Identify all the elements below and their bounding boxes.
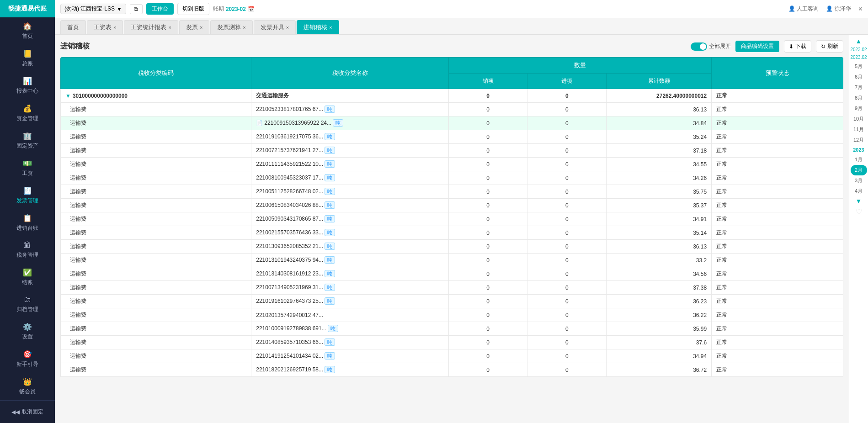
table-row[interactable]: 运输费 221018202126925719 58... 吨 0 0 36.72… xyxy=(61,363,843,377)
tab-close-icon[interactable]: × xyxy=(168,25,171,30)
goods-code-button[interactable]: 商品编码设置 xyxy=(735,41,779,52)
table-row[interactable]: 运输费 221019161029764373 25... 吨 0 0 36.23… xyxy=(61,295,843,308)
month-jul[interactable]: 7月 xyxy=(851,82,867,93)
workbench-button[interactable]: 工作台 xyxy=(146,3,174,15)
expand-label: 全部展开 xyxy=(709,42,731,50)
unit-tag: 吨 xyxy=(325,174,335,181)
finance-icon: 💰 xyxy=(23,104,32,113)
tab-invoice-issue[interactable]: 发票开具 × xyxy=(254,20,296,34)
sidebar-item-reports[interactable]: 📊 报表中心 xyxy=(0,72,55,100)
unpin-button[interactable]: ◀◀ 取消固定 xyxy=(0,404,55,419)
calendar-icon[interactable]: 📅 xyxy=(248,6,255,12)
row-status: 正常 xyxy=(712,308,843,322)
table-row[interactable]: ▼301000000000000000 交通运输服务 0 0 27262.400… xyxy=(61,89,843,103)
row-invoice-no: 221005233817801765 67... 吨 xyxy=(251,103,449,116)
month-aug[interactable]: 8月 xyxy=(851,93,867,103)
row-status: 正常 xyxy=(712,363,843,377)
sidebar-item-tax[interactable]: 🏛 税务管理 xyxy=(0,237,55,264)
month-jan[interactable]: 1月 xyxy=(851,154,867,165)
table-row[interactable]: 运输费 221007134905231969 31... 吨 0 0 37.38… xyxy=(61,281,843,295)
header-actions: 全部展开 商品编码设置 ⬇ 下载 ↻ 刷新 xyxy=(691,40,843,53)
tab-close-icon[interactable]: × xyxy=(329,25,332,30)
sidebar-item-invoice[interactable]: 🧾 发票管理 xyxy=(0,182,55,209)
sidebar-item-salary[interactable]: 💵 工资 xyxy=(0,154,55,182)
table-row[interactable]: 运输费 221019103619217075 36... 吨 0 0 35.24… xyxy=(61,130,843,144)
sidebar-item-closing[interactable]: ✅ 结账 xyxy=(0,264,55,291)
sidebar-item-purchase[interactable]: 📋 进销台账 xyxy=(0,209,55,237)
month-mar[interactable]: 3月 xyxy=(851,175,867,186)
row-name: 运输费 xyxy=(61,116,251,130)
table-row[interactable]: 运输费 221013101943240375 94... 吨 0 0 33.2 … xyxy=(61,254,843,267)
tab-close-icon[interactable]: × xyxy=(200,25,202,30)
year-2023[interactable]: 2023 xyxy=(851,145,867,154)
table-row[interactable]: 运输费 221014085935710353 66... 吨 0 0 37.6 … xyxy=(61,336,843,349)
table-row[interactable]: 运输费 221005090343170865 87... 吨 0 0 34.91… xyxy=(61,212,843,226)
month-may[interactable]: 5月 xyxy=(851,61,867,72)
month-jun[interactable]: 6月 xyxy=(851,72,867,82)
scroll-up-button[interactable]: ▲ xyxy=(855,37,863,46)
support-link[interactable]: 👤 人工客询 xyxy=(788,5,819,13)
switch-version-button[interactable]: 切到旧版 xyxy=(177,3,209,15)
close-button[interactable]: × xyxy=(858,5,863,13)
company-selector[interactable]: (勿动) 江西报宝-LSS ▼ xyxy=(60,4,126,14)
table-row[interactable]: 运输费 221007215737621941 27... 吨 0 0 37.18… xyxy=(61,144,843,158)
unit-tag: 吨 xyxy=(325,284,335,291)
sidebar-item-settings[interactable]: ⚙️ 设置 xyxy=(0,318,55,345)
table-row[interactable]: 运输费 221011111435921522 10... 吨 0 0 34.55… xyxy=(61,158,843,171)
expand-toggle-switch[interactable] xyxy=(691,42,707,51)
tab-invoice[interactable]: 发票 × xyxy=(179,20,209,34)
table-row[interactable]: 运输费 221014191254101434 02... 吨 0 0 34.94… xyxy=(61,349,843,363)
copy-button[interactable]: ⧉ xyxy=(130,4,143,14)
tab-salary-table[interactable]: 工资表 × xyxy=(87,20,123,34)
col-status-header: 预警状态 xyxy=(712,58,843,89)
refresh-button[interactable]: ↻ 刷新 xyxy=(816,40,843,53)
tab-invoice-calc[interactable]: 发票测算 × xyxy=(210,20,252,34)
tab-reconcile[interactable]: 进销稽核 × xyxy=(297,20,339,34)
sidebar-item-guide[interactable]: 🎯 新手引导 xyxy=(0,345,55,373)
row-total: 35.24 xyxy=(607,130,712,144)
tab-close-icon[interactable]: × xyxy=(113,25,116,30)
row-total: 37.38 xyxy=(607,281,712,295)
month-apr[interactable]: 4月 xyxy=(851,186,867,196)
sidebar-item-member[interactable]: 👑 畅会员 xyxy=(0,373,55,400)
sidebar-item-finance[interactable]: 💰 资金管理 xyxy=(0,100,55,127)
table-row[interactable]: 运输费 221005112528266748 02... 吨 0 0 35.75… xyxy=(61,185,843,199)
member-icon: 👑 xyxy=(23,377,32,386)
table-row[interactable]: 运输费 221013093652085352 21... 吨 0 0 36.13… xyxy=(61,240,843,254)
table-row[interactable]: 运输费 221002155703576436 33... 吨 0 0 35.14… xyxy=(61,226,843,240)
month-oct[interactable]: 10月 xyxy=(851,114,867,124)
tab-salary-report[interactable]: 工资统计报表 × xyxy=(124,20,178,34)
row-purchase: 0 xyxy=(527,254,607,267)
row-total: 36.13 xyxy=(607,103,712,116)
row-sales: 0 xyxy=(448,158,527,171)
row-total: 34.91 xyxy=(607,212,712,226)
tab-close-icon[interactable]: × xyxy=(286,25,289,30)
month-dec[interactable]: 12月 xyxy=(851,135,867,145)
row-status: 正常 xyxy=(712,267,843,281)
user-avatar[interactable]: 👤 徐泽华 xyxy=(826,5,851,13)
sidebar-item-assets[interactable]: 🏢 固定资产 xyxy=(0,127,55,154)
table-row[interactable]: 运输费 221013140308161912 23... 吨 0 0 34.56… xyxy=(61,267,843,281)
row-total: 37.18 xyxy=(607,144,712,158)
table-row[interactable]: 运输费 221006150834034026 88... 吨 0 0 35.37… xyxy=(61,199,843,212)
month-nov[interactable]: 11月 xyxy=(851,124,867,135)
month-sep[interactable]: 9月 xyxy=(851,103,867,114)
table-row[interactable]: 运输费 221008100945323037 17... 吨 0 0 34.26… xyxy=(61,171,843,185)
row-status: 正常 xyxy=(712,226,843,240)
row-total: 35.99 xyxy=(607,322,712,336)
table-row[interactable]: 运输费 221020135742940012 47... 0 0 36.22 正… xyxy=(61,308,843,322)
sidebar-item-home[interactable]: 🏠 首页 xyxy=(0,17,55,45)
tab-close-icon[interactable]: × xyxy=(243,25,245,30)
month-feb[interactable]: 2月 xyxy=(851,165,867,175)
sidebar-item-ledger[interactable]: 📒 总账 xyxy=(0,45,55,72)
tab-home[interactable]: 首页 xyxy=(60,20,86,34)
scroll-down-button[interactable]: ▼ xyxy=(855,196,863,206)
table-container[interactable]: 税收分类编码 税收分类名称 数量 预警状态 销项 进项 累计数额 xyxy=(60,57,843,418)
col-sales-header: 销项 xyxy=(448,74,527,89)
download-button[interactable]: ⬇ 下载 xyxy=(784,40,811,53)
sidebar-item-archive[interactable]: 🗂 归档管理 xyxy=(0,291,55,318)
table-row[interactable]: 运输费 221005233817801765 67... 吨 0 0 36.13… xyxy=(61,103,843,116)
row-purchase: 0 xyxy=(527,281,607,295)
table-row[interactable]: 运输费 📄221009150313965922 24... 吨 0 0 34.8… xyxy=(61,116,843,130)
table-row[interactable]: 运输费 221010009192789838 691... 吨 0 0 35.9… xyxy=(61,322,843,336)
